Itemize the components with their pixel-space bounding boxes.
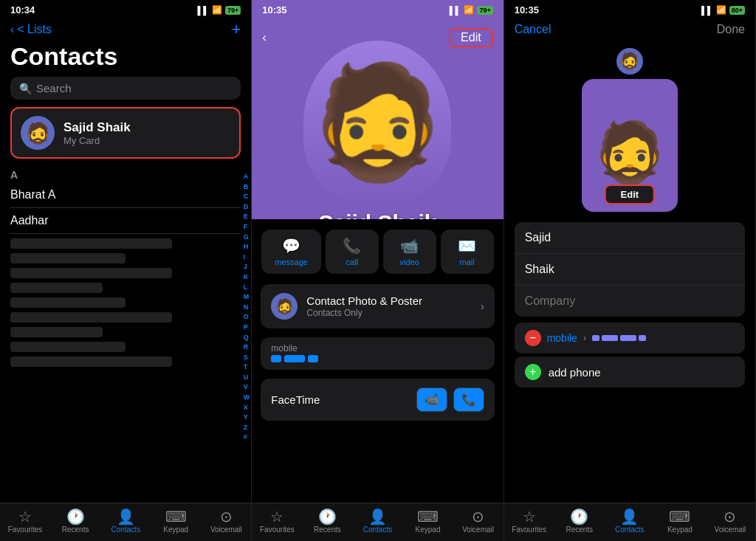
phone-digit bbox=[308, 355, 318, 362]
tab-keypad-2[interactable]: ⌨ Keypad bbox=[403, 509, 453, 534]
contact-detail-panel: 10:35 ▌▌ 📶 79+ ‹ Edit 🧔 Sajid Shaik 💬 me… bbox=[252, 0, 504, 541]
tab-favourites-3[interactable]: ☆ Favourites bbox=[504, 509, 554, 534]
tab-keypad-label-2: Keypad bbox=[416, 526, 441, 534]
battery-2: 79+ bbox=[477, 6, 492, 15]
tab-keypad[interactable]: ⌨ Keypad bbox=[151, 509, 201, 534]
edit-button[interactable]: Edit bbox=[449, 28, 493, 47]
list-item[interactable]: Aadhar bbox=[10, 208, 241, 234]
phone-section: − mobile › + add phone bbox=[515, 323, 745, 387]
blurred-contact bbox=[10, 297, 126, 308]
contacts-list-panel: 10:34 ▌▌ 📶 79+ ‹ < Lists + Contacts 🔍 Se… bbox=[0, 0, 252, 541]
my-card-info: Sajid Shaik My Card bbox=[63, 120, 131, 146]
poster-title: Contact Photo & Poster bbox=[306, 294, 472, 307]
tab-voicemail-label: Voicemail bbox=[210, 526, 242, 534]
alpha-v[interactable]: V bbox=[244, 382, 250, 392]
signal-icon-1: ▌▌ bbox=[197, 6, 209, 15]
call-icon: 📞 bbox=[343, 237, 361, 255]
add-contact-button[interactable]: + bbox=[231, 21, 241, 38]
mail-action[interactable]: ✉️ mail bbox=[441, 230, 494, 274]
tab-recents-2[interactable]: 🕐 Recents bbox=[302, 509, 352, 534]
add-phone-button[interactable]: + bbox=[525, 364, 541, 380]
edit-top-bar: Cancel Done bbox=[504, 18, 755, 44]
my-card-sub: My Card bbox=[63, 135, 131, 146]
star-icon: ☆ bbox=[18, 509, 32, 524]
status-bar-1: 10:34 ▌▌ 📶 79+ bbox=[0, 0, 251, 18]
alpha-l[interactable]: L bbox=[244, 283, 250, 292]
tab-recents[interactable]: 🕐 Recents bbox=[50, 509, 100, 534]
blurred-contact bbox=[10, 268, 172, 278]
alpha-h[interactable]: H bbox=[244, 242, 250, 252]
phone-digit-2 bbox=[602, 335, 618, 341]
alpha-d[interactable]: D bbox=[244, 202, 250, 212]
tab-voicemail-3[interactable]: ⊙ Voicemail bbox=[705, 509, 755, 534]
remove-phone-button[interactable]: − bbox=[525, 330, 541, 346]
alpha-b[interactable]: B bbox=[244, 182, 250, 192]
alpha-u[interactable]: U bbox=[244, 373, 250, 382]
company-field[interactable] bbox=[515, 286, 745, 317]
wifi-icon-1: 📶 bbox=[212, 5, 222, 15]
alpha-p[interactable]: P bbox=[244, 323, 250, 332]
alpha-y[interactable]: Y bbox=[244, 413, 250, 422]
tab-favourites-2[interactable]: ☆ Favourites bbox=[252, 509, 302, 534]
facetime-video-button[interactable]: 📹 bbox=[416, 387, 447, 412]
alpha-j[interactable]: J bbox=[244, 262, 250, 272]
status-icons-2: ▌▌ 📶 79+ bbox=[450, 5, 493, 15]
blurred-contact bbox=[10, 327, 103, 337]
tab-voicemail-2[interactable]: ⊙ Voicemail bbox=[453, 509, 504, 534]
video-action[interactable]: 📹 video bbox=[383, 230, 436, 274]
alpha-i[interactable]: I bbox=[244, 252, 250, 262]
tab-voicemail[interactable]: ⊙ Voicemail bbox=[201, 509, 251, 534]
alpha-x[interactable]: X bbox=[244, 403, 250, 413]
alpha-a[interactable]: A bbox=[244, 172, 250, 182]
phone-type-label[interactable]: mobile bbox=[547, 332, 577, 344]
star-icon-2: ☆ bbox=[270, 509, 284, 524]
name-fields bbox=[515, 222, 745, 317]
alpha-f[interactable]: F bbox=[244, 222, 250, 232]
last-name-field[interactable] bbox=[515, 254, 745, 286]
search-icon: 🔍 bbox=[19, 83, 32, 94]
tab-recents-label: Recents bbox=[62, 526, 89, 534]
tab-keypad-3[interactable]: ⌨ Keypad bbox=[655, 509, 705, 534]
contact-photo-poster-row[interactable]: 🧔 Contact Photo & Poster Contacts Only › bbox=[261, 284, 494, 328]
alpha-r[interactable]: R bbox=[244, 342, 250, 352]
poster-sub: Contacts Only bbox=[306, 308, 472, 318]
search-bar[interactable]: 🔍 Search bbox=[10, 77, 241, 100]
tab-recents-label-3: Recents bbox=[566, 526, 593, 534]
alpha-k[interactable]: K bbox=[244, 272, 250, 282]
back-button[interactable]: ‹ bbox=[262, 30, 267, 45]
tab-favourites[interactable]: ☆ Favourites bbox=[0, 509, 50, 534]
alpha-z[interactable]: Z bbox=[244, 423, 250, 433]
call-action[interactable]: 📞 call bbox=[326, 230, 379, 274]
alpha-s[interactable]: S bbox=[244, 353, 250, 362]
alpha-n[interactable]: N bbox=[244, 303, 250, 312]
first-name-field[interactable] bbox=[515, 222, 745, 254]
alpha-o[interactable]: O bbox=[244, 312, 250, 322]
my-card[interactable]: 🧔 Sajid Shaik My Card bbox=[10, 107, 241, 159]
done-button[interactable]: Done bbox=[717, 23, 745, 36]
tab-recents-3[interactable]: 🕐 Recents bbox=[554, 509, 605, 534]
alpha-t[interactable]: T bbox=[244, 362, 250, 372]
poster-edit-button[interactable]: Edit bbox=[605, 185, 656, 204]
alpha-e[interactable]: E bbox=[244, 212, 250, 221]
contact-name: Sajid Shaik bbox=[252, 203, 503, 219]
mail-icon: ✉️ bbox=[458, 237, 476, 255]
signal-icon-3: ▌▌ bbox=[701, 6, 713, 15]
alpha-hash[interactable]: # bbox=[244, 433, 250, 442]
list-item[interactable]: Bharat A bbox=[10, 182, 241, 208]
facetime-audio-button[interactable]: 📞 bbox=[453, 387, 484, 412]
time-1: 10:34 bbox=[10, 4, 35, 15]
cancel-button[interactable]: Cancel bbox=[515, 23, 551, 36]
alpha-c[interactable]: C bbox=[244, 192, 250, 201]
alpha-q[interactable]: Q bbox=[244, 333, 250, 342]
tab-contacts-3[interactable]: 👤 Contacts bbox=[605, 509, 655, 534]
alpha-w[interactable]: W bbox=[244, 393, 250, 402]
blurred-contact bbox=[10, 253, 126, 263]
tab-contacts[interactable]: 👤 Contacts bbox=[100, 509, 151, 534]
message-action[interactable]: 💬 message bbox=[261, 230, 321, 274]
contacts-header: ‹ < Lists + bbox=[0, 18, 251, 42]
tab-contacts-2[interactable]: 👤 Contacts bbox=[352, 509, 402, 534]
lists-button[interactable]: ‹ < Lists bbox=[10, 23, 52, 36]
add-phone-row[interactable]: + add phone bbox=[515, 356, 745, 387]
alpha-m[interactable]: M bbox=[244, 292, 250, 302]
alpha-g[interactable]: G bbox=[244, 232, 250, 242]
